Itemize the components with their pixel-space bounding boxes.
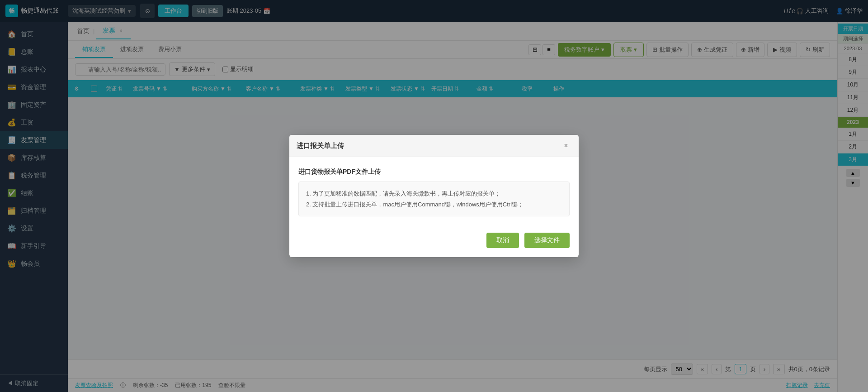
dialog-info-box: 1. 为了更加稀准的数据匹配，请先录入海关缴款书，再上传对应的报关单； 2. 支… xyxy=(298,182,570,216)
dialog-cancel-button[interactable]: 取消 xyxy=(486,233,519,248)
dialog-title: 进口报关单上传 xyxy=(297,142,344,150)
dialog-select-file-button[interactable]: 选择文件 xyxy=(524,233,570,248)
dialog-section-title: 进口货物报关单PDF文件上传 xyxy=(298,168,570,176)
dialog-footer: 取消 选择文件 xyxy=(289,227,579,257)
dialog-close-button[interactable]: × xyxy=(561,140,571,151)
dialog-overlay: 进口报关单上传 × 进口货物报关单PDF文件上传 1. 为了更加稀准的数据匹配，… xyxy=(0,0,868,392)
dialog-body: 进口货物报关单PDF文件上传 1. 为了更加稀准的数据匹配，请先录入海关缴款书，… xyxy=(289,157,579,227)
dialog-header: 进口报关单上传 × xyxy=(289,135,579,157)
dialog-info-item-1: 1. 为了更加稀准的数据匹配，请先录入海关缴款书，再上传对应的报关单； xyxy=(306,188,562,199)
import-customs-dialog: 进口报关单上传 × 进口货物报关单PDF文件上传 1. 为了更加稀准的数据匹配，… xyxy=(289,135,579,257)
dialog-info-item-2: 2. 支持批量上传进口报关单，mac用户使用Command键，windows用户… xyxy=(306,199,562,210)
